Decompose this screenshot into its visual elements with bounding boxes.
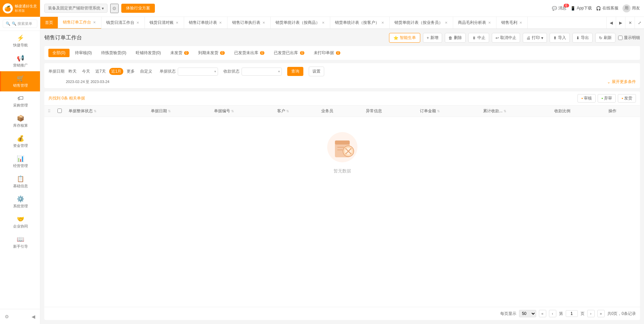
sidebar-item-guide[interactable]: 📖 新手引导	[0, 232, 40, 252]
tab-next-button[interactable]: ▶	[616, 17, 625, 29]
industry-button[interactable]: 体验行业方案	[121, 4, 155, 13]
tab-home[interactable]: 首页	[40, 17, 58, 29]
tab-close-daily-reconcile[interactable]: ✕	[175, 21, 179, 25]
tab-gross-margin[interactable]: 商品毛利分析表 ✕	[453, 17, 497, 29]
ship-button[interactable]: 发货	[618, 94, 636, 103]
sort-customer-icon[interactable]: ⇅	[286, 109, 289, 113]
sub-tab-shipped-out[interactable]: 已发货已出库 0	[270, 49, 308, 57]
refresh-button[interactable]: ↻ 刷新	[595, 33, 615, 43]
col-check[interactable]	[54, 106, 65, 117]
sub-tab-pending-review[interactable]: 待审核(0)	[71, 49, 96, 57]
add-button[interactable]: + 新增	[423, 33, 442, 43]
tab-sales-exec[interactable]: 销售订单执行表 ✕	[227, 17, 271, 29]
sub-tab-all[interactable]: 全部(0)	[48, 49, 70, 57]
tab-close-all-button[interactable]: ✕	[625, 17, 635, 29]
tab-sales-stats[interactable]: 销售订单统计表 ✕	[184, 17, 227, 29]
sort-amount-icon[interactable]: ⇅	[437, 109, 440, 113]
payment-select[interactable]	[242, 68, 282, 76]
tab-close-by-staff[interactable]: ✕	[444, 21, 448, 25]
print-button[interactable]: 🖨 打印 ▾	[523, 33, 547, 43]
cancel-review-button[interactable]: 弃审	[598, 94, 616, 103]
select-all-checkbox[interactable]	[57, 109, 62, 113]
next-page-button[interactable]: ›	[587, 310, 595, 317]
tab-sales-by-staff[interactable]: 销货单统计表（按业务员） ✕	[390, 17, 453, 29]
sidebar-item-operations[interactable]: 📊 经营管理	[0, 152, 40, 172]
review-button[interactable]: 审核	[577, 94, 596, 103]
sidebar-item-system[interactable]: ⚙️ 系统管理	[0, 192, 40, 212]
filter-settings-button[interactable]: 设置	[309, 67, 324, 76]
tab-close-by-product[interactable]: ✕	[321, 21, 325, 25]
system-title-button[interactable]: 装备及固定资产辅助管理系统 ▾	[44, 4, 108, 13]
export-button[interactable]: ⬇ 导出	[572, 33, 593, 43]
date-btn-today[interactable]: 今天	[80, 68, 92, 75]
sales-icon: 🛒	[17, 75, 24, 82]
status-select[interactable]	[178, 68, 218, 76]
settings-icon[interactable]: ⚙	[110, 4, 119, 13]
sub-tab-shipped-not-out[interactable]: 已发货未出库 0	[230, 49, 269, 57]
tab-close-by-customer[interactable]: ✕	[381, 21, 385, 25]
date-btn-yesterday[interactable]: 昨天	[67, 68, 79, 75]
search-menu-button[interactable]: 🔍 🔍 搜索菜单	[3, 19, 37, 28]
sub-tab-pending-inspection[interactable]: 待拣货验货(0)	[97, 49, 130, 57]
sidebar-item-inventory[interactable]: 📦 库存核算	[0, 111, 40, 131]
tab-sales-gross[interactable]: 销售毛利 ✕	[497, 17, 528, 29]
import-icon: ⬆	[553, 36, 557, 40]
tab-sales-by-product[interactable]: 销货单统计表（按商品） ✕	[271, 17, 330, 29]
message-button[interactable]: 💬 消息 6	[552, 5, 566, 11]
sidebar-item-finance[interactable]: 💰 资金管理	[0, 131, 40, 152]
tab-close-sales-order[interactable]: ✕	[92, 21, 96, 24]
sub-tab-overdue[interactable]: 到期未发货 0	[194, 49, 229, 57]
tab-close-sales-exec[interactable]: ✕	[262, 21, 266, 25]
sidebar-item-quicknav[interactable]: ⚡ 快捷导航	[0, 31, 40, 51]
tab-close-gross-margin[interactable]: ✕	[487, 21, 491, 25]
sort-collected-icon[interactable]: ⇅	[504, 109, 506, 113]
sidebar-item-enterprise[interactable]: 🤝 企业协同	[0, 212, 40, 232]
sidebar-item-marketing[interactable]: 📢 营销推广	[0, 51, 40, 71]
tab-daily-reconcile[interactable]: 钱货日清对账 ✕	[145, 17, 184, 29]
sort-date-icon[interactable]: ⇅	[168, 109, 171, 113]
date-btn-7days[interactable]: 近7天	[93, 68, 108, 75]
delete-button[interactable]: 🗑 删除	[445, 33, 466, 43]
sub-tab-not-printed[interactable]: 未打印单据 0	[310, 49, 344, 57]
smart-order-button[interactable]: ⭐ 智能生单	[389, 33, 420, 43]
page-size-select[interactable]: 50 100	[519, 310, 536, 317]
sub-tabs: 全部(0) 待审核(0) 待拣货验货(0) 旺铺待发货(0) 未发货 0 到期未…	[44, 46, 640, 60]
import-button[interactable]: ⬆ 导入	[550, 33, 570, 43]
query-button[interactable]: 查询	[287, 67, 303, 76]
topbar-actions: 💬 消息 6 📱 App下载 🎧 在线客服 用 用友	[552, 4, 640, 12]
app-download-button[interactable]: 📱 App下载	[570, 5, 592, 11]
prev-page-button[interactable]: ‹	[549, 310, 556, 317]
last-page-button[interactable]: »	[597, 310, 605, 317]
tab-close-daily-cash[interactable]: ✕	[136, 21, 140, 25]
settings-button[interactable]: ⚙	[3, 313, 10, 321]
user-menu-button[interactable]: 用 用友	[622, 4, 640, 12]
sidebar-item-purchase[interactable]: 🏷 采购管理	[0, 91, 40, 111]
sidebar-item-sales[interactable]: 🛒 销售管理	[0, 71, 40, 91]
date-btn-custom[interactable]: 自定义	[138, 68, 154, 75]
date-btn-more[interactable]: 更多	[125, 68, 137, 75]
sidebar-item-basic[interactable]: 📋 基础信息	[0, 172, 40, 192]
show-detail-checkbox[interactable]: 显示明细	[618, 35, 640, 41]
sort-status-icon[interactable]: ⇅	[94, 109, 96, 113]
sub-tab-not-shipped[interactable]: 未发货 0	[166, 49, 193, 57]
cancel-pause-button[interactable]: ↩ 取消中止	[492, 33, 520, 43]
online-service-button[interactable]: 🎧 在线客服	[596, 5, 618, 11]
pause-button[interactable]: ⏸ 中止	[468, 33, 489, 43]
tab-sales-by-customer[interactable]: 销货单统计表（按客户） ✕	[330, 17, 390, 29]
tab-sales-order[interactable]: 销售订单工作台 ✕	[58, 17, 101, 29]
sort-number-icon[interactable]: ⇅	[231, 109, 234, 113]
detail-checkbox-input[interactable]	[618, 36, 622, 40]
collapse-button[interactable]: ◀	[30, 313, 37, 321]
tab-close-sales-stats[interactable]: ✕	[218, 21, 222, 25]
tab-close-sales-gross[interactable]: ✕	[519, 21, 523, 25]
tab-prev-button[interactable]: ◀	[606, 17, 616, 29]
first-page-button[interactable]: «	[539, 310, 546, 317]
tab-fullscreen-button[interactable]: ⤢	[635, 17, 644, 29]
expand-more-button[interactable]: ⌄ 展开更多条件	[607, 79, 636, 85]
page-header: 销售订单工作台 ⭐ 智能生单 + 新增 🗑 删除 ⏸ 中止	[44, 33, 640, 43]
tab-daily-cash[interactable]: 钱货日清工作台 ✕	[101, 17, 145, 29]
page-number-input[interactable]: 1	[566, 310, 578, 317]
sub-tab-wangpu[interactable]: 旺铺待发货(0)	[132, 49, 165, 57]
date-btn-1month[interactable]: 近1月	[109, 68, 124, 75]
page-title: 销售订单工作台	[44, 34, 82, 41]
